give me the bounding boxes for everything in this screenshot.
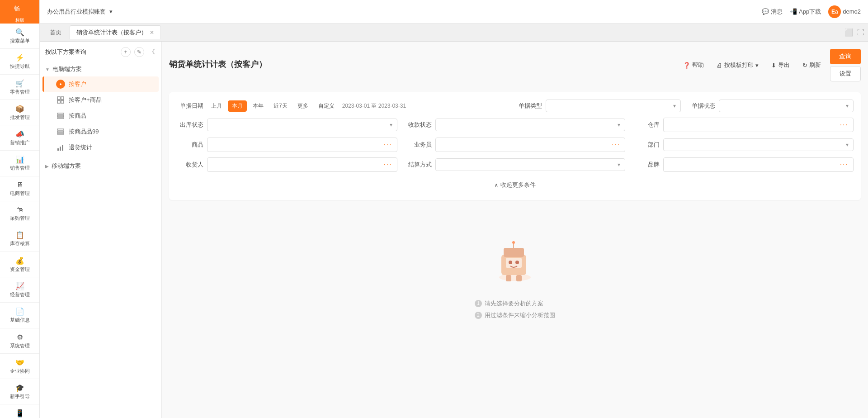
date-tab-this-month[interactable]: 本月 bbox=[228, 100, 247, 112]
svg-point-20 bbox=[515, 261, 519, 264]
tab-home[interactable]: 首页 bbox=[43, 26, 68, 39]
sidebar-item-new-guide[interactable]: 🎓 新手引导 bbox=[0, 379, 39, 404]
date-tab-this-year[interactable]: 本年 bbox=[249, 100, 268, 112]
tree-child-by-customer-product[interactable]: 按客户+商品 bbox=[42, 92, 159, 108]
top-header-actions: 💬 消息 📲 App下载 Ea demo2 bbox=[762, 5, 861, 18]
tree-desktop-label: 电脑端方案 bbox=[52, 65, 82, 73]
collapse-more-button[interactable]: ∧ 收起更多条件 bbox=[176, 177, 854, 193]
app-logo[interactable]: 畅 标版 bbox=[0, 0, 39, 24]
sidebar-item-sales-mgmt[interactable]: 📊 销售管理 bbox=[0, 151, 39, 176]
tree-child-by-customer-product-label: 按客户+商品 bbox=[69, 96, 102, 104]
settlement-select[interactable]: ▾ bbox=[435, 158, 626, 171]
receiver-select[interactable]: ··· bbox=[207, 157, 397, 172]
print-button[interactable]: 🖨 按模板打印 ▾ bbox=[713, 59, 762, 71]
tab-expand-icon[interactable]: ⛶ bbox=[857, 28, 864, 37]
add-scheme-button[interactable]: + bbox=[121, 47, 131, 57]
tree-child-by-customer[interactable]: ● 按客户 bbox=[42, 76, 159, 92]
export-icon: ⬇ bbox=[771, 62, 776, 69]
date-range-display: 2023-03-01 至 2023-03-31 bbox=[342, 102, 406, 110]
collapse-panel-button[interactable]: 《 bbox=[148, 47, 156, 57]
marketing-icon: 📣 bbox=[2, 130, 38, 138]
tree-desktop-parent[interactable]: ▼ 电脑端方案 bbox=[40, 62, 161, 76]
sidebar-item-corp-agreement[interactable]: 🤝 企业协同 bbox=[0, 354, 39, 379]
sidebar-item-inventory-check[interactable]: 📋 库存核算 bbox=[0, 226, 39, 252]
receiver-dots-icon: ··· bbox=[383, 161, 392, 169]
sidebar-item-app-center[interactable]: 📱 应用中心 bbox=[0, 404, 39, 418]
empty-tip-2: 2 用过滤条件来缩小分析范围 bbox=[475, 309, 555, 321]
refresh-button[interactable]: ↻ 刷新 bbox=[799, 59, 825, 71]
tab-sales-stat[interactable]: 销货单统计计表（按客户） ✕ bbox=[70, 25, 161, 39]
svg-rect-24 bbox=[516, 275, 522, 281]
page-title: 销货单统计计表（按客户） bbox=[169, 59, 267, 70]
new-guide-icon: 🎓 bbox=[2, 384, 38, 392]
date-tab-7days[interactable]: 近7天 bbox=[269, 100, 292, 112]
tab-bar: 首页 销货单统计计表（按客户） ✕ ⬜ ⛶ bbox=[40, 24, 868, 42]
tab-sales-stat-label: 销货单统计计表（按客户） bbox=[76, 28, 147, 37]
sidebar-item-sys-mgmt[interactable]: ⚙ 系统管理 bbox=[0, 328, 39, 354]
sidebar-item-search-menu[interactable]: 🔍 搜索菜单 bbox=[0, 24, 39, 49]
tree-child-by-product-label: 按商品 bbox=[69, 112, 86, 120]
settings-button[interactable]: 设置 bbox=[830, 66, 861, 81]
tree-child-by-product[interactable]: 按商品 bbox=[42, 108, 159, 124]
doc-status-label: 单据状态 bbox=[688, 102, 715, 110]
product-select[interactable]: ··· bbox=[207, 138, 397, 152]
tab-minimize-icon[interactable]: ⬜ bbox=[844, 28, 854, 37]
sidebar-item-finance-mgmt[interactable]: 💰 资金管理 bbox=[0, 252, 39, 277]
sidebar-item-ops-mgmt[interactable]: 📈 经营管理 bbox=[0, 277, 39, 303]
doc-type-select[interactable]: ▾ bbox=[546, 100, 681, 112]
export-button[interactable]: ⬇ 导出 bbox=[768, 59, 793, 71]
message-button[interactable]: 💬 消息 bbox=[762, 8, 783, 16]
department-label: 部门 bbox=[632, 141, 660, 149]
filter-doc-type: 单据类型 ▾ bbox=[515, 100, 681, 112]
department-select[interactable]: ▾ bbox=[663, 138, 854, 151]
sidebar-item-purchase-mgmt[interactable]: 🛍 采购管理 bbox=[0, 201, 39, 226]
date-tab-last-month[interactable]: 上月 bbox=[207, 100, 226, 112]
date-tab-custom[interactable]: 自定义 bbox=[314, 100, 339, 112]
sidebar-item-quick-nav[interactable]: ⚡ 快捷导航 bbox=[0, 49, 39, 74]
svg-rect-8 bbox=[57, 118, 64, 119]
tree-child-return-stat-label: 退货统计 bbox=[69, 143, 92, 152]
salesperson-select[interactable]: ··· bbox=[435, 138, 626, 152]
tree-child-by-product-99-label: 按商品品99 bbox=[69, 128, 99, 136]
search-menu-icon: 🔍 bbox=[2, 28, 38, 37]
app-download-button[interactable]: 📲 App下载 bbox=[790, 8, 821, 16]
date-tab-more[interactable]: 更多 bbox=[293, 100, 312, 112]
svg-rect-7 bbox=[57, 115, 64, 117]
top-header-title[interactable]: 办公用品行业模拟账套 ▾ bbox=[47, 8, 113, 16]
user-profile[interactable]: Ea demo2 bbox=[828, 5, 861, 18]
filter-payment-status: 收款状态 ▾ bbox=[405, 119, 626, 131]
sidebar-item-basic-info[interactable]: 📄 基础信息 bbox=[0, 303, 39, 328]
tree-child-by-product-99[interactable]: 按商品品99 bbox=[42, 124, 159, 139]
sidebar-item-ecommerce-mgmt[interactable]: 🖥 电商管理 bbox=[0, 176, 39, 201]
payment-status-select[interactable]: ▾ bbox=[435, 119, 626, 131]
tree-child-return-stat[interactable]: 退货统计 bbox=[42, 140, 159, 155]
out-status-select[interactable]: ▾ bbox=[207, 119, 397, 131]
tip-num-1: 1 bbox=[475, 300, 482, 307]
page-toolbar: ❓ 帮助 🖨 按模板打印 ▾ ⬇ 导出 ↻ 刷新 bbox=[679, 49, 861, 81]
product-icon bbox=[56, 111, 65, 120]
tree-mobile-toggle: ▶ bbox=[45, 164, 49, 169]
main-area: 办公用品行业模拟账套 ▾ 💬 消息 📲 App下载 Ea demo2 首页 bbox=[40, 0, 868, 418]
sidebar-item-marketing[interactable]: 📣 营销推广 bbox=[0, 125, 39, 151]
warehouse-select[interactable]: ··· bbox=[663, 118, 854, 132]
svg-rect-11 bbox=[57, 133, 64, 134]
sales-mgmt-icon: 📊 bbox=[2, 155, 38, 164]
query-button[interactable]: 查询 bbox=[830, 49, 861, 64]
tree-desktop-section: ▼ 电脑端方案 ● 按客户 按客户+商品 按商品 bbox=[40, 61, 161, 157]
sidebar-item-retail-mgmt[interactable]: 🛒 零售管理 bbox=[0, 75, 39, 100]
edit-scheme-button[interactable]: ✎ bbox=[134, 47, 144, 57]
tab-home-label: 首页 bbox=[50, 28, 61, 37]
product-99-icon bbox=[56, 127, 65, 136]
tab-close-icon[interactable]: ✕ bbox=[150, 29, 154, 36]
doc-status-select[interactable]: ▾ bbox=[719, 100, 854, 112]
brand-select[interactable]: ··· bbox=[663, 157, 854, 172]
title-dropdown-icon: ▾ bbox=[109, 8, 113, 15]
svg-point-19 bbox=[509, 261, 512, 264]
tree-desktop-toggle: ▼ bbox=[45, 67, 50, 72]
out-status-chevron-icon: ▾ bbox=[390, 122, 392, 128]
sidebar-item-wholesale-mgmt[interactable]: 📦 批发管理 bbox=[0, 100, 39, 125]
department-chevron-icon: ▾ bbox=[846, 142, 849, 148]
help-button[interactable]: ❓ 帮助 bbox=[679, 59, 708, 71]
tree-mobile-parent[interactable]: ▶ 移动端方案 bbox=[40, 159, 161, 173]
refresh-icon: ↻ bbox=[802, 62, 807, 69]
